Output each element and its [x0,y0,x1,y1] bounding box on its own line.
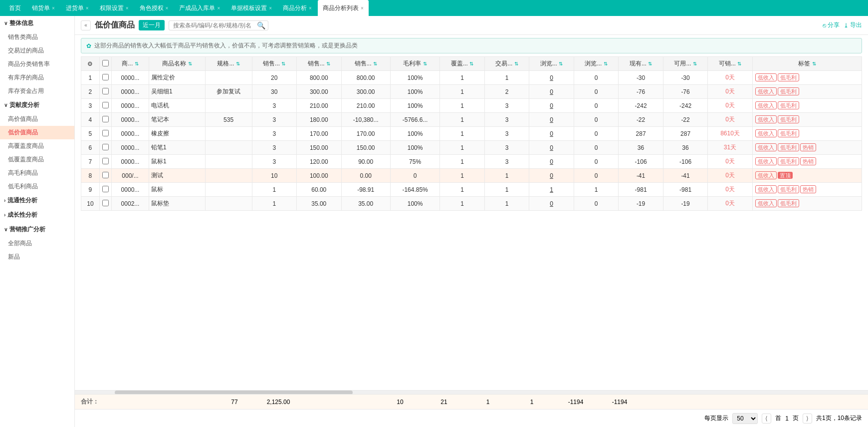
sidebar-item-category-sales-rate[interactable]: 商品分类销售率 [0,57,74,71]
row-checkbox[interactable] [102,158,109,164]
col-trade[interactable]: 交易... ⇅ [484,57,529,71]
sidebar-item-stocked-goods[interactable]: 有库序的商品 [0,71,74,84]
close-icon[interactable]: × [166,5,169,11]
row-sales-amt: 800.00 [297,71,342,85]
close-icon[interactable]: × [126,5,129,11]
table-wrap[interactable]: ⚙ 商... ⇅ 商品名称 ⇅ 规格... ⇅ 销售... ⇅ 销售... ⇅ … [75,56,868,390]
nav-product-analysis[interactable]: 商品分析 × [278,0,317,16]
per-page-select[interactable]: 50 100 [732,413,758,424]
sidebar-item-new-goods[interactable]: 新品 [0,250,74,264]
col-checkbox[interactable] [99,57,111,71]
col-settings[interactable]: ⚙ [81,57,100,71]
next-page-btn[interactable]: ⟩ [803,414,812,424]
row-checkbox[interactable] [102,102,109,108]
row-checkbox[interactable] [102,88,109,94]
browse1-link[interactable]: 1 [550,186,553,193]
close-icon[interactable]: × [52,5,55,11]
col-sales-avg[interactable]: 销售... ⇅ [341,57,390,71]
nav-purchase[interactable]: 进货单 × [61,0,94,16]
row-current-stock: -19 [619,197,663,211]
row-code: 0000... [111,99,149,113]
search-input[interactable] [169,20,268,30]
close-icon[interactable]: × [86,5,89,11]
nav-role-auth[interactable]: 角色授权 × [135,0,174,16]
sidebar-item-low-coverage[interactable]: 低覆盖度商品 [0,153,74,166]
col-name[interactable]: 商品名称 ⇅ [149,57,206,71]
close-icon[interactable]: × [217,5,220,11]
browse1-link[interactable]: 0 [550,172,553,179]
close-icon[interactable]: × [269,5,272,11]
col-sales-qty[interactable]: 销售... ⇅ [252,57,297,71]
row-tags: 低收入低毛利 [752,127,862,141]
nav-permission[interactable]: 权限设置 × [95,0,134,16]
browse1-link[interactable]: 0 [550,88,553,95]
row-trade: 1 [484,197,529,211]
nav-template[interactable]: 单据模板设置 × [226,0,277,16]
col-current-stock[interactable]: 现有... ⇅ [619,57,663,71]
sidebar-group-marketing[interactable]: ∨ 营销推广分析 [0,222,74,237]
search-icon[interactable]: 🔍 [257,21,265,29]
col-code[interactable]: 商... ⇅ [111,57,149,71]
col-browse2[interactable]: 浏览... ⇅ [574,57,619,71]
browse1-link[interactable]: 0 [550,116,553,123]
browse1-link[interactable]: 0 [550,102,553,109]
sidebar-item-low-value[interactable]: 低价值商品 [0,126,74,139]
row-code: 0000... [111,141,149,155]
sidebar-group-growth[interactable]: › 成长性分析 [0,208,74,222]
share-btn[interactable]: ⎋ 分享 [823,21,840,29]
row-checkbox[interactable] [102,200,109,206]
browse1-link[interactable]: 0 [550,130,553,137]
sidebar-item-high-profit[interactable]: 高毛利商品 [0,166,74,180]
row-checkbox[interactable] [102,144,109,150]
sidebar-item-high-value[interactable]: 高价值商品 [0,112,74,126]
row-checkbox[interactable] [102,74,109,80]
col-tags[interactable]: 标签 ⇅ [752,57,862,71]
nav-sales-order[interactable]: 销货单 × [27,0,60,16]
nav-home[interactable]: 首页 [4,0,26,16]
close-icon[interactable]: × [361,5,364,11]
select-all-checkbox[interactable] [102,60,109,66]
browse1-link[interactable]: 0 [550,158,553,165]
tag-badge: 低收入 [755,157,777,165]
row-checkbox[interactable] [102,116,109,122]
browse1-link[interactable]: 0 [550,144,553,151]
sidebar-group-contribution[interactable]: ∨ 贡献度分析 [0,98,74,112]
nav-product-inbound[interactable]: 产成品入库单 × [174,0,225,16]
sidebar-group-circulation[interactable]: › 流通性分析 [0,193,74,208]
row-tags: 低收入低毛利热销 [752,141,862,155]
row-browse2: 0 [574,169,619,183]
row-checkbox[interactable] [102,172,109,178]
close-icon[interactable]: × [309,5,312,11]
row-browse2: 0 [574,85,619,99]
row-checkbox[interactable] [102,186,109,192]
chevron-down-icon: ∨ [4,227,7,232]
sidebar-item-traded-goods[interactable]: 交易过的商品 [0,44,74,57]
row-spec [205,141,252,155]
row-checkbox[interactable] [102,130,109,136]
row-coverage: 1 [440,197,485,211]
sidebar-group-overview[interactable]: ∨ 整体信息 [0,16,74,30]
page-indicator-label: 首 [775,414,781,423]
row-browse1: 0 [529,127,574,141]
col-browse1[interactable]: 浏览... ⇅ [529,57,574,71]
col-profit-rate[interactable]: 毛利率 ⇅ [390,57,439,71]
filter-recent-month-btn[interactable]: 近一月 [139,20,165,30]
row-sales-avg: 150.00 [341,141,390,155]
sidebar-item-low-profit[interactable]: 低毛利商品 [0,180,74,193]
col-spec[interactable]: 规格... ⇅ [205,57,252,71]
col-sales-amt[interactable]: 销售... ⇅ [297,57,342,71]
nav-product-analysis-list[interactable]: 商品分析列表 × [318,0,369,16]
col-available[interactable]: 可用... ⇅ [663,57,708,71]
row-coverage: 1 [440,71,485,85]
sidebar-item-sales-goods[interactable]: 销售类商品 [0,30,74,44]
export-btn[interactable]: ⤓ 导出 [844,21,862,29]
browse1-link[interactable]: 0 [550,74,553,81]
col-coverage[interactable]: 覆盖... ⇅ [440,57,485,71]
browse1-link[interactable]: 0 [550,200,553,207]
first-page-btn[interactable]: ⟨ [762,414,771,424]
sidebar-item-all-goods[interactable]: 全部商品 [0,237,74,250]
sidebar-item-high-coverage[interactable]: 高覆盖度商品 [0,139,74,153]
collapse-sidebar-btn[interactable]: « [81,20,91,30]
sidebar-item-inventory-fund[interactable]: 库存资金占用 [0,84,74,98]
col-saleable[interactable]: 可销... ⇅ [708,57,753,71]
